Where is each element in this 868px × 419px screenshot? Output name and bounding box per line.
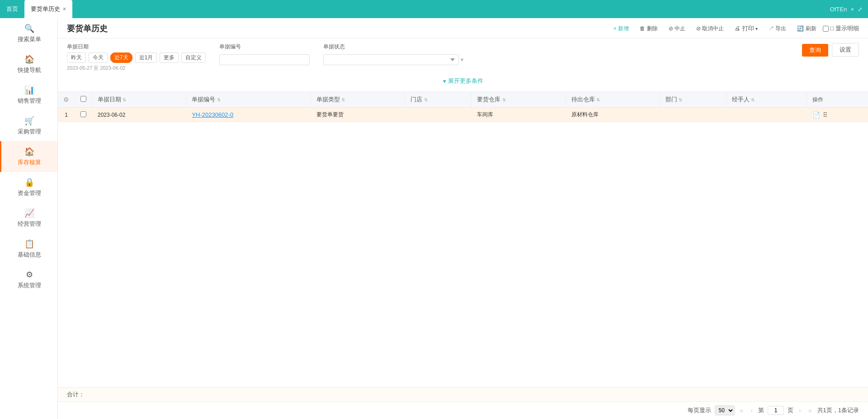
table-header-row: ⚙ 单据日期 ⇅ 单据编号 ⇅ [58, 92, 868, 108]
sidebar-item-operations[interactable]: 📈 经营管理 [0, 203, 57, 233]
th-reqwarehouse: 要货仓库 ⇅ [472, 92, 566, 108]
th-docno: 单据编号 ⇅ [186, 92, 311, 108]
th-actions: 操作 [807, 92, 868, 108]
close-window-icon[interactable]: × [850, 6, 854, 13]
quicknav-icon: 🏠 [24, 54, 34, 64]
pendwarehouse-sort-icon[interactable]: ⇅ [596, 97, 600, 102]
sidebar-item-purchase[interactable]: 🛒 采购管理 [0, 110, 57, 141]
summary-label: 合计： [67, 390, 85, 399]
page-size-select[interactable]: 50 [715, 405, 735, 415]
finance-icon: 🔒 [24, 177, 34, 187]
search-menu-icon: 🔍 [24, 24, 34, 33]
date-btn-1month[interactable]: 近1月 [135, 52, 157, 63]
handler-sort-icon[interactable]: ⇅ [751, 97, 755, 102]
docno-filter-input[interactable] [219, 54, 310, 65]
close-tab-icon[interactable]: × [63, 6, 66, 12]
active-tab[interactable]: 要货单历史 × [24, 0, 72, 18]
total-info: 共1页，1条记录 [817, 406, 859, 414]
status-dropdown-icon: ▾ [461, 57, 463, 63]
cancel-stop-button[interactable]: ⊘ 取消中止 [692, 23, 728, 34]
cell-pendwarehouse: 原材料仓库 [566, 108, 660, 122]
date-btn-more[interactable]: 更多 [160, 52, 179, 63]
sidebar-label-purchase: 采购管理 [18, 128, 41, 136]
delete-button[interactable]: 🗑 删除 [635, 23, 662, 34]
date-btn-today[interactable]: 今天 [89, 52, 108, 63]
table-settings-icon[interactable]: ⚙ [63, 96, 69, 103]
filter-group-status: 单据状态 ▾ [323, 43, 788, 65]
sidebar-item-search[interactable]: 🔍 搜索菜单 [0, 18, 57, 49]
home-tab[interactable]: 首页 [0, 0, 24, 18]
th-checkbox[interactable] [75, 92, 92, 108]
date-btn-7days[interactable]: 近7天 [110, 52, 132, 63]
settings-button[interactable]: 设置 [832, 43, 859, 57]
stop-button[interactable]: ⊘ 中止 [664, 23, 690, 34]
cell-doctype: 要货单要货 [311, 108, 405, 122]
edit-icon[interactable]: 📄 [812, 111, 820, 119]
doctype-sort-icon[interactable]: ⇅ [341, 97, 345, 102]
query-button[interactable]: 查询 [802, 44, 828, 57]
last-page-button[interactable]: » [807, 406, 814, 415]
filter-actions: 查询 设置 [802, 43, 859, 57]
th-doctype: 单据类型 ⇅ [311, 92, 405, 108]
print-button[interactable]: 🖨 打印 ▾ [730, 23, 762, 34]
purchase-icon: 🛒 [24, 116, 34, 126]
new-button[interactable]: + 新增 [609, 23, 633, 34]
sidebar-label-basicinfo: 基础信息 [18, 251, 41, 259]
top-bar: 首页 要货单历史 × OfTEn × ⤢ [0, 0, 868, 18]
cell-date: 2023-06-02 [92, 108, 186, 122]
display-detail-toggle[interactable]: □ 显示明细 [823, 24, 859, 33]
reqwarehouse-sort-icon[interactable]: ⇅ [502, 97, 506, 102]
store-sort-icon[interactable]: ⇅ [424, 97, 428, 102]
th-dept: 部门 ⇅ [660, 92, 726, 108]
top-bar-right: OfTEn × ⤢ [830, 6, 868, 13]
display-detail-checkbox[interactable] [823, 26, 829, 32]
export-button[interactable]: ↗ 导出 [764, 23, 791, 34]
cell-dept [660, 108, 726, 122]
docno-sort-icon[interactable]: ⇅ [217, 97, 221, 102]
sidebar-item-basicinfo[interactable]: 📋 基础信息 [0, 233, 57, 264]
more-icon[interactable]: ⠿ [823, 111, 827, 119]
prev-page-button[interactable]: ‹ [749, 406, 755, 415]
docno-link[interactable]: YH-20230602-0 [192, 111, 233, 118]
sidebar: 🔍 搜索菜单 🏠 快捷导航 📊 销售管理 🛒 采购管理 🏠 库存核算 🔒 资金管… [0, 18, 58, 419]
sidebar-item-inventory[interactable]: 🏠 库存核算 [0, 141, 57, 172]
content-area: 要货单历史 + 新增 🗑 删除 ⊘ 中止 ⊘ 取消中止 🖨 打印 ▾ ↗ 导出 … [58, 18, 868, 419]
row-action-icons: 📄 ⠿ [812, 111, 863, 119]
row-checkbox[interactable] [80, 111, 86, 117]
filter-group-docno: 单据编号 [219, 43, 310, 65]
sidebar-label-sales: 销售管理 [18, 97, 41, 105]
print-dropdown-icon[interactable]: ▾ [755, 26, 758, 31]
filter-bar: 单据日期 昨天 今天 近7天 近1月 更多 自定义 2023-05-27 至 2… [58, 38, 868, 92]
table-area: ⚙ 单据日期 ⇅ 单据编号 ⇅ [58, 92, 868, 387]
sidebar-label-operations: 经营管理 [18, 220, 41, 228]
sidebar-item-system[interactable]: ⚙ 系统管理 [0, 264, 57, 295]
dept-sort-icon[interactable]: ⇅ [679, 97, 682, 102]
cell-reqwarehouse: 车间库 [472, 108, 566, 122]
next-page-button[interactable]: › [797, 406, 803, 415]
sidebar-item-finance[interactable]: 🔒 资金管理 [0, 172, 57, 203]
status-filter-select[interactable] [323, 54, 459, 65]
page-title: 要货单历史 [67, 23, 108, 38]
refresh-button[interactable]: 🔄 刷新 [793, 23, 821, 34]
row-checkbox-cell[interactable] [75, 108, 92, 122]
cell-docno[interactable]: YH-20230602-0 [186, 108, 311, 122]
main-layout: 🔍 搜索菜单 🏠 快捷导航 📊 销售管理 🛒 采购管理 🏠 库存核算 🔒 资金管… [0, 18, 868, 419]
table-footer: 合计： [58, 387, 868, 401]
expand-icon[interactable]: ⤢ [858, 6, 863, 13]
date-sort-icon[interactable]: ⇅ [123, 97, 126, 102]
sales-icon: 📊 [24, 85, 34, 95]
cell-handler [726, 108, 807, 122]
th-settings[interactable]: ⚙ [58, 92, 75, 108]
sidebar-item-quicknav[interactable]: 🏠 快捷导航 [0, 49, 57, 80]
expand-filter-button[interactable]: ▾ 展开更多条件 [443, 75, 483, 87]
first-page-button[interactable]: « [738, 406, 745, 415]
sidebar-item-sales[interactable]: 📊 销售管理 [0, 80, 57, 110]
page-number-input[interactable] [768, 406, 784, 415]
cell-store [405, 108, 472, 122]
date-filter-label: 单据日期 [67, 43, 206, 51]
date-btn-custom[interactable]: 自定义 [181, 52, 206, 63]
cell-actions: 📄 ⠿ [807, 108, 868, 122]
select-all-checkbox[interactable] [80, 96, 86, 102]
th-store: 门店 ⇅ [405, 92, 472, 108]
date-btn-yesterday[interactable]: 昨天 [67, 52, 86, 63]
